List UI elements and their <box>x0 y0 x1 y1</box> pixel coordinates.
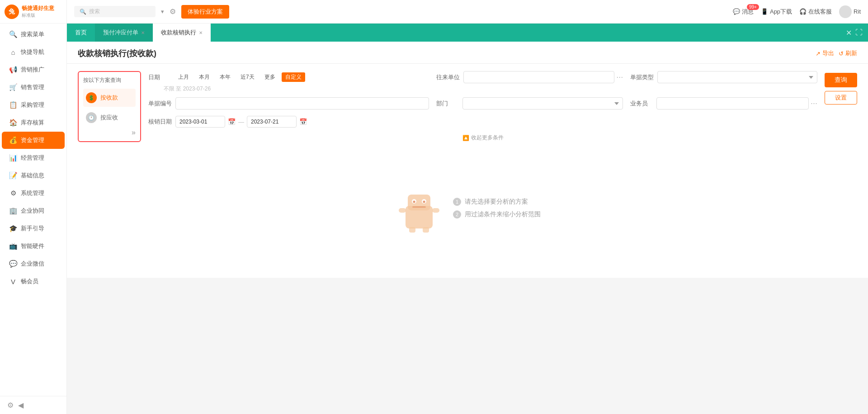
filter-row-3: 核销日期 📅 — 📅 <box>148 116 817 128</box>
refresh-button[interactable]: ↺ 刷新 <box>839 49 857 57</box>
bill-no-input[interactable] <box>175 97 429 109</box>
tab-home[interactable]: 首页 <box>67 24 95 42</box>
date-more-btn[interactable]: 更多 <box>261 72 279 82</box>
date-this-year-btn[interactable]: 本年 <box>216 72 234 82</box>
query-button[interactable]: 查询 <box>825 73 857 87</box>
phone-icon: 📱 <box>761 8 768 15</box>
sidebar-item-guide[interactable]: 🎓 新手引导 <box>2 220 65 237</box>
close-window-icon[interactable]: ✕ <box>846 29 852 37</box>
bill-type-label: 单据类型 <box>630 73 654 81</box>
search-bar[interactable]: 🔍 搜索 <box>74 6 156 17</box>
sidebar-nav: 🔍 搜索菜单 ⌂ 快捷导航 📢 营销推广 🛒 销售管理 📋 采购管理 🏠 库存核… <box>0 24 66 396</box>
finance-icon: 💰 <box>9 136 17 144</box>
tab-prepay[interactable]: 预付冲应付单 ✕ <box>95 24 153 42</box>
sidebar-item-hardware[interactable]: 📺 智能硬件 <box>2 238 65 255</box>
home-icon: ⌂ <box>9 48 17 56</box>
customer-service-button[interactable]: 🎧 在线客服 <box>799 8 832 16</box>
export-icon: ↗ <box>816 50 821 57</box>
sidebar-item-finance[interactable]: 💰 资金管理 <box>2 132 65 149</box>
staff-ellipsis-icon[interactable]: ··· <box>811 99 817 108</box>
calendar-end-icon[interactable]: 📅 <box>299 118 307 125</box>
dept-field: 部门 <box>436 97 623 109</box>
sidebar-item-operation[interactable]: 📊 经营管理 <box>2 149 65 167</box>
basic-icon: 📝 <box>9 171 17 180</box>
verify-date-label: 核销日期 <box>148 118 172 126</box>
verify-date-field: 核销日期 📅 — 📅 <box>148 116 817 128</box>
export-button[interactable]: ↗ 导出 <box>816 49 834 57</box>
staff-field: 业务员 ··· <box>630 97 817 109</box>
empty-tip-1: 1 请先选择要分析的方案 <box>453 198 541 206</box>
inventory-icon: 🏠 <box>9 119 17 127</box>
sidebar-item-purchase[interactable]: 📋 采购管理 <box>2 96 65 114</box>
sidebar-item-member[interactable]: V 畅会员 <box>2 273 65 290</box>
date-hint: 不限 至 2023-07-26 <box>148 85 817 93</box>
collapse-sidebar-icon[interactable]: ◀ <box>18 401 24 409</box>
message-button[interactable]: 💬 消息 99+ <box>733 8 754 16</box>
main-area: 🔍 搜索 ▾ ⚙ 体验行业方案 💬 消息 99+ 📱 App下载 🎧 在线客服 … <box>67 0 868 414</box>
bill-type-select[interactable] <box>657 71 817 83</box>
date-custom-btn[interactable]: 自定义 <box>282 72 305 82</box>
counterparty-field: 往来单位 ··· <box>436 71 623 83</box>
dept-label: 部门 <box>436 100 459 108</box>
counterparty-ellipsis-icon[interactable]: ··· <box>616 72 623 82</box>
svg-rect-1 <box>408 195 430 210</box>
tab-close-icon[interactable]: ✕ <box>199 30 203 35</box>
sidebar-item-sales[interactable]: 🛒 销售管理 <box>2 79 65 96</box>
tab-receipt-verify[interactable]: 收款核销执行 ✕ <box>153 24 211 42</box>
tab-close-icon[interactable]: ✕ <box>141 30 145 35</box>
tabs-actions: ✕ ⛶ <box>846 29 868 37</box>
enterprise-icon: 🏢 <box>9 207 17 215</box>
date-this-month-btn[interactable]: 本月 <box>195 72 213 82</box>
sidebar-item-quick[interactable]: ⌂ 快捷导航 <box>2 43 65 61</box>
dropdown-chevron-icon[interactable]: ▾ <box>161 8 164 15</box>
sidebar-item-system[interactable]: ⚙ 系统管理 <box>2 185 65 202</box>
svg-rect-9 <box>399 208 406 213</box>
svg-rect-6 <box>412 206 426 208</box>
dept-select[interactable] <box>462 97 623 109</box>
filter-panel-collapse[interactable]: » <box>83 128 136 137</box>
settings-icon[interactable]: ⚙ <box>7 401 14 409</box>
page-title: 收款核销执行(按收款) <box>78 48 156 59</box>
verify-date-start-input[interactable] <box>175 116 225 128</box>
verify-date-range: 📅 — 📅 <box>175 116 307 128</box>
bill-no-field: 单据编号 <box>148 97 429 109</box>
solution-button[interactable]: 体验行业方案 <box>181 5 229 19</box>
filter-panel-title: 按以下方案查询 <box>83 76 136 84</box>
expand-icon[interactable]: ⛶ <box>855 29 863 37</box>
gear-icon[interactable]: ⚙ <box>170 7 176 16</box>
calendar-start-icon[interactable]: 📅 <box>228 118 236 125</box>
filter-form: 日期 上月 本月 本年 近7天 更多 自定义 <box>148 71 857 142</box>
settings-button[interactable]: 设置 <box>825 91 857 105</box>
filter-option-by-receipt[interactable]: 💲 按收款 <box>83 89 136 107</box>
logo: 兔 畅捷通好生意 标准版 <box>0 0 66 24</box>
purchase-icon: 📋 <box>9 101 17 109</box>
verify-date-end-input[interactable] <box>247 116 297 128</box>
collapse-more-button[interactable]: 🔼 收起更多条件 <box>148 134 817 142</box>
sidebar: 兔 畅捷通好生意 标准版 🔍 搜索菜单 ⌂ 快捷导航 📢 营销推广 🛒 销售管理… <box>0 0 67 414</box>
sidebar-item-search[interactable]: 🔍 搜索菜单 <box>2 26 65 43</box>
avatar <box>839 5 852 18</box>
sidebar-item-marketing[interactable]: 📢 营销推广 <box>2 61 65 78</box>
topbar: 🔍 搜索 ▾ ⚙ 体验行业方案 💬 消息 99+ 📱 App下载 🎧 在线客服 … <box>67 0 868 24</box>
svg-point-5 <box>423 201 425 203</box>
empty-tip-2: 2 用过滤条件来缩小分析范围 <box>453 210 541 219</box>
sales-icon: 🛒 <box>9 83 17 91</box>
receivable-icon: 🕐 <box>86 112 97 123</box>
counterparty-input[interactable] <box>463 71 615 83</box>
filter-option-by-receivable[interactable]: 🕐 按应收 <box>83 109 136 127</box>
sidebar-item-enterprise[interactable]: 🏢 企业协同 <box>2 202 65 219</box>
app-download-button[interactable]: 📱 App下载 <box>761 8 792 16</box>
user-avatar[interactable]: Rit <box>839 5 861 18</box>
sidebar-item-inventory[interactable]: 🏠 库存核算 <box>2 114 65 131</box>
date-last-month-btn[interactable]: 上月 <box>175 72 193 82</box>
chevron-up-icon: 🔼 <box>462 135 469 141</box>
filter-option-receipt-label: 按收款 <box>100 94 118 102</box>
sidebar-item-wechat[interactable]: 💬 企业微信 <box>2 255 65 272</box>
date-7days-btn[interactable]: 近7天 <box>237 72 258 82</box>
topbar-right: 💬 消息 99+ 📱 App下载 🎧 在线客服 Rit <box>733 5 861 18</box>
sidebar-item-basic[interactable]: 📝 基础信息 <box>2 167 65 184</box>
sidebar-footer: ⚙ ◀ <box>0 396 66 414</box>
date-label: 日期 <box>148 73 171 81</box>
search-icon: 🔍 <box>80 9 86 15</box>
staff-input[interactable] <box>656 97 809 109</box>
